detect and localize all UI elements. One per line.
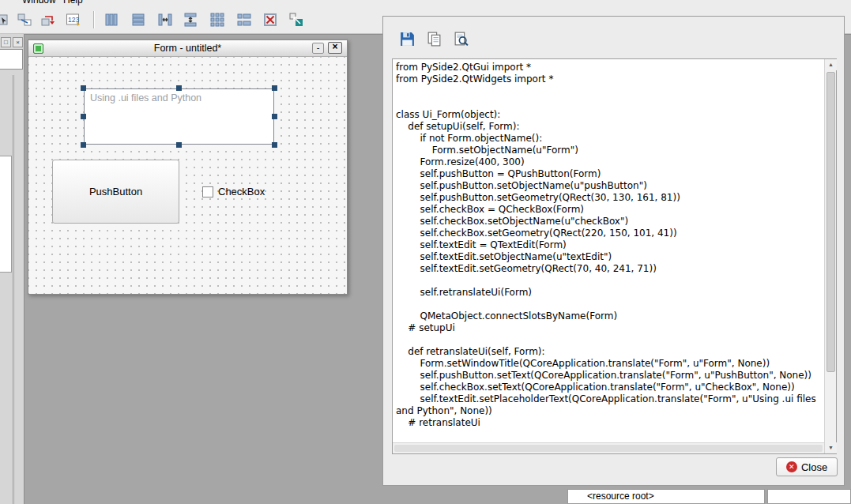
selection-handle-s[interactable] — [176, 142, 182, 148]
edit-buddies-icon[interactable] — [14, 9, 35, 30]
dock-close-button[interactable]: × — [13, 37, 23, 47]
layout-horizontal-icon[interactable] — [101, 9, 122, 30]
checkbox-label: CheckBox — [218, 186, 265, 197]
layout-vertical-icon[interactable] — [128, 9, 149, 30]
selection-handle-se[interactable] — [272, 142, 277, 148]
selection-handle-w[interactable] — [81, 114, 86, 119]
close-window-button[interactable]: × — [328, 42, 342, 54]
scroll-up-icon[interactable]: ▲ — [825, 59, 837, 70]
code-preview-dialog: from PySide2.QtGui import * from PySide2… — [382, 16, 845, 486]
checkbox-indicator[interactable] — [202, 186, 213, 197]
pushbutton-widget[interactable]: PushButton — [52, 160, 179, 224]
resource-root-item[interactable]: <resource root> — [567, 489, 765, 504]
dock-splitter[interactable] — [13, 75, 15, 504]
code-view: from PySide2.QtGui import * from PySide2… — [392, 58, 837, 454]
break-layout-icon[interactable] — [260, 9, 281, 30]
widget-filter-input[interactable] — [0, 49, 23, 70]
dock-float-button[interactable]: □ — [1, 37, 11, 47]
save-icon[interactable] — [397, 29, 416, 48]
adjust-size-icon[interactable] — [286, 9, 307, 30]
selection-handle-nw[interactable] — [81, 85, 86, 91]
selection-handle-ne[interactable] — [272, 85, 277, 91]
edit-widgets-icon[interactable] — [0, 9, 13, 30]
widget-box-dock: □ × — [0, 34, 24, 504]
selection-handle-e[interactable] — [272, 114, 277, 119]
layout-form-icon[interactable] — [234, 9, 254, 30]
copy-icon[interactable] — [424, 29, 443, 48]
menubar: Window Help — [0, 0, 851, 7]
menu-window[interactable]: Window — [22, 0, 56, 6]
toolbar-separator — [93, 11, 95, 28]
pushbutton-label: PushButton — [89, 186, 142, 197]
selection-handle-sw[interactable] — [81, 142, 86, 148]
generated-code-text[interactable]: from PySide2.QtGui import * from PySide2… — [396, 62, 823, 441]
form-editor-window: Form - untitled* - × Using .ui files and… — [28, 39, 348, 295]
minimize-button[interactable]: - — [312, 43, 324, 54]
widget-list-partial[interactable] — [0, 156, 12, 273]
checkbox-widget[interactable]: CheckBox — [202, 175, 282, 208]
edit-signals-slots-icon[interactable] — [38, 9, 58, 30]
scrollbar-thumb[interactable] — [827, 72, 835, 372]
layout-splitter-vertical-icon[interactable] — [180, 9, 201, 30]
close-button-label: Close — [801, 461, 827, 473]
form-window-title: Form - untitled* — [28, 43, 347, 54]
textedit-placeholder: Using .ui files and Python — [85, 89, 273, 107]
find-icon[interactable] — [451, 29, 470, 48]
form-canvas[interactable]: Using .ui files and Python PushButton Ch… — [28, 57, 347, 294]
horizontal-scrollbar[interactable] — [393, 442, 824, 453]
horizontal-scrollbar-thumb[interactable] — [394, 445, 823, 452]
vertical-scrollbar[interactable]: ▲ ▼ — [824, 59, 836, 453]
resource-panel-partial — [767, 489, 851, 504]
form-window-titlebar[interactable]: Form - untitled* - × — [28, 40, 347, 57]
textedit-widget[interactable]: Using .ui files and Python — [84, 88, 274, 145]
close-button[interactable]: ✕ Close — [776, 457, 838, 476]
layout-splitter-horizontal-icon[interactable] — [155, 9, 175, 30]
layout-grid-icon[interactable] — [207, 9, 228, 30]
menu-help[interactable]: Help — [63, 0, 83, 6]
close-circle-icon: ✕ — [786, 461, 797, 472]
edit-tab-order-icon[interactable]: 123 — [63, 9, 84, 30]
selection-handle-n[interactable] — [176, 85, 182, 91]
scroll-down-icon[interactable]: ▼ — [825, 442, 837, 453]
